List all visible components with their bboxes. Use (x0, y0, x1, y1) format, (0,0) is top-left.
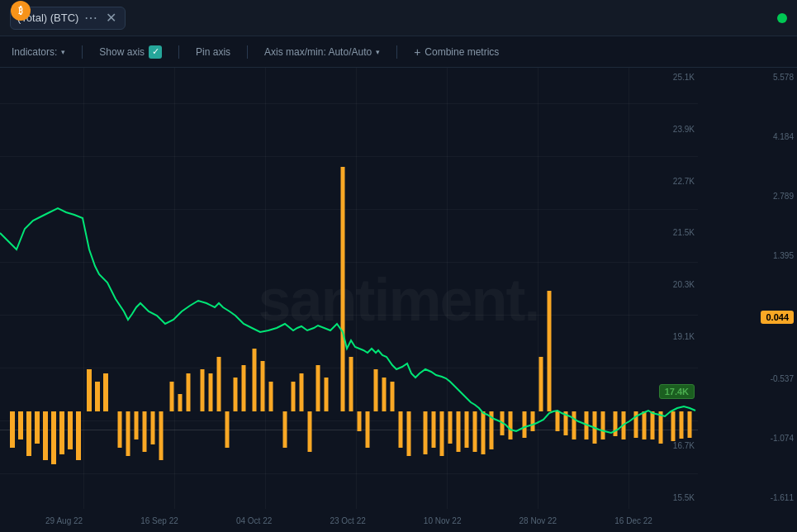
x-label-2: 04 Oct 22 (236, 516, 272, 525)
chart-svg (0, 68, 698, 509)
show-axis-toggle[interactable]: Show axis ✓ (99, 45, 162, 59)
chart-area: santiment. (0, 68, 797, 532)
show-axis-label: Show axis (99, 46, 145, 58)
y-left-label-7: 16.7K (673, 441, 695, 450)
show-axis-checkbox[interactable]: ✓ (149, 45, 162, 59)
plus-icon: + (414, 45, 420, 59)
chevron-down-icon: ▾ (61, 48, 65, 56)
y-right-label-6: -1.074 (771, 434, 794, 443)
yellow-value-badge: 0.044 (761, 311, 794, 324)
indicators-label: Indicators: (12, 46, 57, 58)
combine-metrics-label: Combine metrics (425, 46, 499, 58)
y-axis-right: 5.578 4.184 2.789 1.395 0.044 -0.537 -1.… (754, 68, 797, 507)
combine-metrics-button[interactable]: + Combine metrics (414, 45, 499, 59)
y-right-label-0: 5.578 (773, 73, 794, 82)
btc-badge: ₿ (11, 1, 31, 21)
y-right-label-1: 4.184 (773, 132, 794, 141)
toolbar: Indicators: ▾ Show axis ✓ Pin axis Axis … (0, 36, 797, 68)
y-left-label-8: 15.5K (673, 493, 695, 502)
tab-container: ₿ (Total) (BTC) ⋯ ✕ (10, 7, 126, 30)
close-button[interactable]: ✕ (103, 11, 118, 26)
y-left-label-4: 20.3K (673, 280, 695, 289)
status-indicator (777, 13, 787, 23)
x-label-5: 28 Nov 22 (519, 516, 557, 525)
y-left-label-2: 22.7K (673, 177, 695, 186)
green-value-badge: 17.4K (659, 384, 695, 399)
y-right-label-2: 2.789 (773, 192, 794, 201)
y-left-label-3: 21.5K (673, 228, 695, 237)
y-right-label-5: -0.537 (771, 374, 794, 383)
axis-maxmin-dropdown[interactable]: Axis max/min: Auto/Auto ▾ (264, 46, 380, 58)
divider-1 (82, 45, 83, 59)
y-right-label-3: 1.395 (773, 251, 794, 260)
pin-axis-label: Pin axis (196, 46, 230, 58)
x-label-1: 16 Sep 22 (140, 516, 178, 525)
chevron-down-icon-2: ▾ (376, 48, 380, 56)
y-right-label-7: -1.611 (771, 493, 794, 502)
indicators-dropdown[interactable]: Indicators: ▾ (12, 46, 65, 58)
y-left-label-1: 23.9K (673, 125, 695, 134)
more-options-button[interactable]: ⋯ (83, 11, 98, 26)
y-axis-left: 25.1K 23.9K 22.7K 21.5K 20.3K 19.1K 17.4… (655, 68, 698, 507)
y-left-label-5: 19.1K (673, 332, 695, 341)
divider-4 (396, 45, 397, 59)
bar-series (12, 167, 690, 464)
x-label-4: 10 Nov 22 (424, 516, 462, 525)
x-axis: 29 Aug 22 16 Sep 22 04 Oct 22 23 Oct 22 … (0, 509, 698, 532)
divider-3 (247, 45, 248, 59)
y-left-label-0: 25.1K (673, 73, 695, 82)
header-bar: ₿ (Total) (BTC) ⋯ ✕ (0, 0, 797, 36)
axis-maxmin-label: Axis max/min: Auto/Auto (264, 46, 372, 58)
pin-axis-button[interactable]: Pin axis (196, 46, 230, 58)
divider-2 (178, 45, 179, 59)
x-label-3: 23 Oct 22 (330, 516, 365, 525)
x-label-6: 16 Dec 22 (614, 516, 652, 525)
x-label-0: 29 Aug 22 (45, 516, 83, 525)
